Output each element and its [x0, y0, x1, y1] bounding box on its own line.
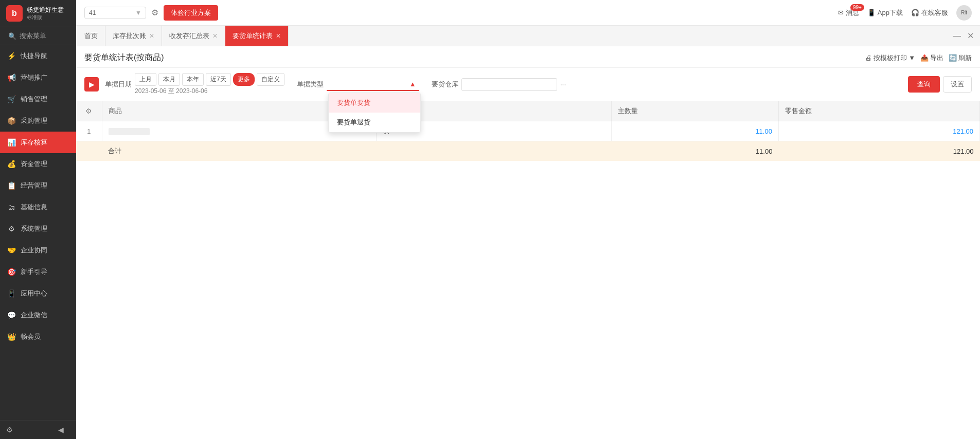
settings-icon[interactable]: ⚙	[6, 426, 13, 434]
tab-close-order-stats[interactable]: ✕	[276, 32, 281, 40]
col-amount: 零售金额	[778, 101, 979, 121]
sidebar-item-member[interactable]: 👑 畅会员	[0, 326, 76, 347]
store-selector[interactable]: 41 ▼	[84, 7, 146, 19]
setting-button[interactable]: 设置	[943, 76, 972, 93]
avatar[interactable]: Rit	[956, 5, 972, 21]
sidebar-search[interactable]: 🔍 搜索菜单	[0, 27, 76, 45]
header-right: ✉ 消息 99+ 📱 App下载 🎧 在线客服 Rit	[838, 5, 972, 21]
message-badge: 99+	[850, 4, 864, 11]
print-template-button[interactable]: 🖨 按模板打印 ▼	[865, 53, 915, 63]
query-button[interactable]: 查询	[908, 76, 940, 93]
logo-text: 畅捷通好生意 标准版	[27, 6, 64, 22]
date-filter-label: 单据日期	[105, 80, 132, 89]
sidebar-item-inventory[interactable]: 📊 库存核算	[0, 132, 76, 153]
dropdown-item-order[interactable]: 要货单要货	[329, 93, 420, 113]
nav-icon-member: 👑	[6, 332, 16, 342]
nav-icon-system: ⚙	[6, 224, 16, 234]
tab-receive-summary[interactable]: 收发存汇总表 ✕	[162, 26, 225, 46]
dropdown-arrow-icon: ▼	[135, 9, 141, 16]
row-quantity[interactable]: 11.00	[611, 121, 778, 141]
date-btn-cur-month[interactable]: 本月	[158, 73, 180, 86]
trial-button[interactable]: 体验行业方案	[164, 5, 218, 21]
tab-close-inventory-batch[interactable]: ✕	[149, 32, 154, 40]
warehouse-filter-group: 要货仓库 ···	[432, 78, 566, 91]
warehouse-input[interactable]	[461, 78, 557, 91]
sidebar-item-operation[interactable]: 📋 经营管理	[0, 175, 76, 196]
warehouse-filter-label: 要货仓库	[432, 80, 458, 89]
row-amount[interactable]: 121.00	[778, 121, 979, 141]
table-settings-icon[interactable]: ⚙	[85, 107, 92, 115]
total-amount: 121.00	[778, 141, 979, 161]
app-download-button[interactable]: 📱 App下载	[867, 8, 903, 17]
total-quantity: 11.00	[611, 141, 778, 161]
sidebar-item-marketing[interactable]: 📢 营销推广	[0, 67, 76, 88]
sidebar-item-quick-nav[interactable]: ⚡ 快捷导航	[0, 45, 76, 67]
date-btn-custom[interactable]: 自定义	[257, 73, 284, 86]
date-btn-more[interactable]: 更多	[233, 73, 255, 86]
expand-icon: ▶	[89, 80, 95, 88]
tab-close-receive-summary[interactable]: ✕	[212, 32, 218, 40]
tab-home[interactable]: 首页	[76, 26, 105, 46]
sidebar-item-cooperation[interactable]: 🤝 企业协同	[0, 240, 76, 261]
date-options-group: 上月 本月 本年 近7天 更多 自定义 2023-05-06 至 2023-06…	[135, 73, 284, 96]
total-empty-2	[376, 141, 611, 161]
date-btn-prev-month[interactable]: 上月	[135, 73, 156, 86]
close-tab-icon[interactable]: ✕	[965, 29, 976, 43]
sidebar: b 畅捷通好生意 标准版 🔍 搜索菜单 ⚡ 快捷导航 📢 营销推广 🛒 销售管理…	[0, 0, 76, 439]
type-select[interactable]: ▲	[327, 78, 419, 91]
sidebar-item-appstore[interactable]: 📱 应用中心	[0, 283, 76, 304]
collapse-icon[interactable]: ◀	[58, 426, 64, 434]
sidebar-item-guide[interactable]: 🎯 新手引导	[0, 261, 76, 283]
print-icon: 🖨	[865, 54, 872, 62]
logo-icon: b	[6, 5, 23, 22]
col-settings[interactable]: ⚙	[76, 101, 102, 121]
refresh-button[interactable]: 🔄 刷新	[949, 53, 972, 63]
warehouse-more-icon[interactable]: ···	[560, 80, 566, 88]
sidebar-logo: b 畅捷通好生意 标准版	[0, 0, 76, 27]
nav-icon-wechat: 💬	[6, 310, 16, 320]
sidebar-footer: ⚙ ◀	[0, 420, 76, 439]
export-button[interactable]: 📤 导出	[920, 53, 943, 63]
tab-inventory-batch[interactable]: 库存批次账 ✕	[105, 26, 162, 46]
date-buttons: 上月 本月 本年 近7天 更多 自定义	[135, 73, 284, 86]
header-left: 41 ▼ ⚙ 体验行业方案	[84, 5, 218, 21]
sidebar-item-purchase[interactable]: 📦 采购管理	[0, 110, 76, 132]
filter-bar: ▶ 单据日期 上月 本月 本年 近7天 更多 自定义 2023-05-06 至 …	[76, 68, 980, 101]
nav-icon-purchase: 📦	[6, 116, 16, 126]
nav-icon-marketing: 📢	[6, 72, 16, 83]
tabs-bar: 首页 库存批次账 ✕ 收发存汇总表 ✕ 要货单统计表 ✕ — ✕	[76, 26, 980, 46]
sidebar-item-system[interactable]: ⚙ 系统管理	[0, 218, 76, 240]
col-quantity: 主数量	[611, 101, 778, 121]
total-label: 合计	[102, 141, 376, 161]
message-icon: ✉	[838, 9, 844, 16]
filter-expand-button[interactable]: ▶	[84, 77, 99, 92]
print-arrow-icon: ▼	[908, 54, 915, 62]
sidebar-item-sales[interactable]: 🛒 销售管理	[0, 88, 76, 110]
date-btn-cur-year[interactable]: 本年	[182, 73, 204, 86]
header-gear-icon[interactable]: ⚙	[151, 8, 158, 17]
sidebar-item-finance[interactable]: 💰 资金管理	[0, 153, 76, 175]
main-content: 41 ▼ ⚙ 体验行业方案 ✉ 消息 99+ 📱 App下载 🎧 在线客服 Ri…	[76, 0, 980, 439]
export-icon: 📤	[920, 54, 929, 62]
total-row: 合计 11.00 121.00	[76, 141, 980, 161]
table-row: 1 块 11.00 121.00	[76, 121, 980, 141]
page-title: 要货单统计表(按商品)	[84, 52, 164, 63]
date-range-display: 2023-05-06 至 2023-06-06	[135, 87, 284, 96]
dropdown-item-return[interactable]: 要货单退货	[329, 113, 420, 132]
messages-button[interactable]: ✉ 消息 99+	[838, 8, 859, 17]
tab-order-stats[interactable]: 要货单统计表 ✕	[225, 26, 289, 46]
nav-icon-inventory: 📊	[6, 137, 16, 148]
nav-icon-finance: 💰	[6, 159, 16, 169]
date-filter-group: 单据日期 上月 本月 本年 近7天 更多 自定义 2023-05-06 至 20…	[105, 73, 284, 96]
online-service-button[interactable]: 🎧 在线客服	[911, 8, 948, 17]
table-container: ⚙ 商品 主计量单位 主数量 零售金额 1 块	[76, 101, 980, 439]
date-btn-7days[interactable]: 近7天	[206, 73, 231, 86]
sidebar-item-basic[interactable]: 🗂 基础信息	[0, 196, 76, 218]
page-header-actions: 🖨 按模板打印 ▼ 📤 导出 🔄 刷新	[865, 53, 972, 63]
type-filter-group: 单据类型 ▲	[297, 78, 419, 91]
nav-icon-appstore: 📱	[6, 288, 16, 299]
download-icon: 📱	[867, 9, 876, 16]
minimize-icon[interactable]: —	[951, 29, 963, 43]
sidebar-item-wechat[interactable]: 💬 企业微信	[0, 304, 76, 326]
nav-icon-quick: ⚡	[6, 51, 16, 61]
